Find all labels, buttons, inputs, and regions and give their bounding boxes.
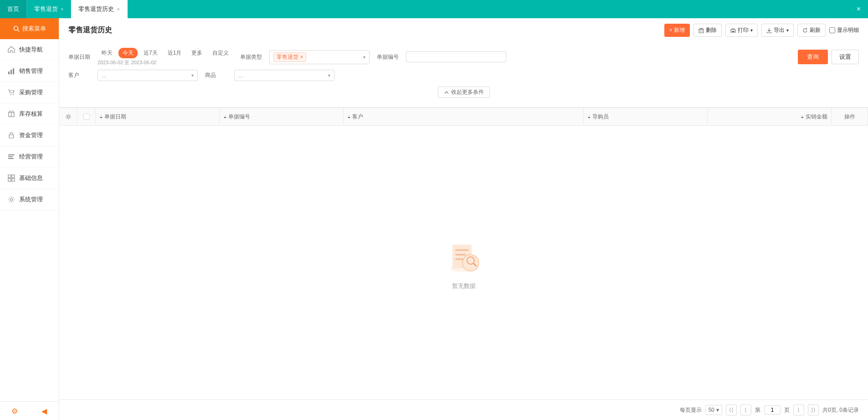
sidebar-item-purchase-mgmt[interactable]: 采购管理 — [0, 82, 59, 103]
last-page-btn[interactable]: ⟩⟩ — [808, 405, 819, 415]
sort-icon — [99, 114, 103, 119]
svg-rect-3 — [10, 70, 12, 74]
page-number-input[interactable] — [764, 405, 781, 415]
select-all-checkbox[interactable] — [83, 113, 90, 120]
delete-btn[interactable]: 删除 — [693, 24, 722, 37]
column-settings-icon[interactable] — [65, 113, 72, 120]
doctype-tag: 零售退货 × — [273, 52, 306, 62]
main-layout: 搜索菜单 快捷导航 销售管理 采购管理 库存核算 — [0, 18, 868, 420]
customer-select-arrow: ▾ — [191, 73, 194, 78]
svg-rect-15 — [8, 179, 11, 181]
toolbar: + 新增 删除 打印 ▾ 导出 ▾ — [664, 24, 859, 37]
sidebar-item-system-mgmt[interactable]: 系统管理 — [0, 189, 59, 210]
export-dropdown-arrow: ▾ — [786, 28, 789, 33]
tab-home[interactable]: 首页 — [0, 0, 27, 18]
sidebar-item-quick-nav-label: 快捷导航 — [19, 46, 43, 54]
display-detail-input[interactable] — [829, 27, 835, 33]
query-btn[interactable]: 查询 — [798, 50, 828, 64]
home-icon — [7, 46, 15, 54]
sidebar-settings-btn[interactable]: ⚙ — [0, 402, 30, 420]
sort-icon-customer — [347, 114, 351, 119]
sidebar-collapse-btn[interactable]: ◀ — [30, 402, 59, 420]
new-btn[interactable]: + 新增 — [664, 24, 690, 37]
date-btn-today[interactable]: 今天 — [118, 48, 138, 58]
page-label: 第 — [755, 406, 760, 414]
cart-icon — [7, 88, 15, 97]
sidebar-item-finance-mgmt[interactable]: 资金管理 — [0, 125, 59, 146]
filter-docnum-label: 单据编号 — [377, 53, 402, 61]
filter-goods-item: 商品 ... ▾ — [205, 70, 334, 81]
filter-doctype-select[interactable]: 零售退货 × ▾ — [269, 50, 370, 64]
date-btn-custom[interactable]: 自定义 — [208, 48, 233, 58]
table-header: 单据日期 单据编号 客户 导购员 实销金额 — [59, 108, 868, 126]
filter-date-group: 昨天 今天 近7天 近1月 更多 自定义 2023-06-02 至 2023-0… — [98, 48, 233, 66]
topbar-close-btn[interactable]: × — [849, 5, 868, 13]
date-btn-yesterday[interactable]: 昨天 — [98, 48, 117, 58]
th-checkbox[interactable] — [77, 109, 96, 124]
sort-icon-amount — [801, 114, 804, 119]
collapse-btn-label: 收起更多条件 — [451, 88, 484, 96]
sidebar-item-basic-info[interactable]: 基础信息 — [0, 168, 59, 189]
th-settings[interactable] — [59, 109, 77, 124]
filter-goods-label: 商品 — [205, 72, 231, 79]
first-page-btn[interactable]: ⟨⟨ — [726, 405, 737, 415]
tab-retail-return-label: 零售退货 — [34, 5, 58, 13]
print-dropdown-arrow: ▾ — [750, 28, 753, 33]
th-customer-label: 客户 — [352, 113, 363, 121]
empty-icon — [443, 236, 484, 277]
print-btn[interactable]: 打印 ▾ — [725, 24, 758, 37]
svg-rect-13 — [8, 175, 11, 178]
refresh-btn[interactable]: 刷新 — [797, 24, 826, 37]
svg-rect-10 — [8, 154, 15, 155]
sidebar-item-quick-nav[interactable]: 快捷导航 — [0, 39, 59, 61]
svg-rect-23 — [732, 31, 734, 32]
filter-customer-select[interactable]: ... ▾ — [98, 70, 198, 81]
filter-docnum-item: 单据编号 — [377, 51, 506, 62]
tab-retail-return-history-close[interactable]: × — [117, 6, 119, 12]
sidebar-item-inventory[interactable]: 库存核算 — [0, 103, 59, 125]
content-area: 零售退货历史 + 新增 删除 打印 ▾ 导出 ▾ — [59, 18, 868, 420]
collapse-filters-btn[interactable]: 收起更多条件 — [438, 87, 490, 98]
display-detail-label: 显示明细 — [837, 26, 859, 34]
prev-page-btn[interactable]: ⟨ — [740, 405, 751, 415]
sidebar: 搜索菜单 快捷导航 销售管理 采购管理 库存核算 — [0, 18, 59, 420]
filter-goods-select[interactable]: ... ▾ — [234, 70, 334, 81]
filter-settings-btn[interactable]: 设置 — [832, 50, 859, 64]
doctype-tag-remove[interactable]: × — [300, 54, 303, 60]
filter-customer-label: 客户 — [68, 72, 94, 79]
collapse-row: 收起更多条件 — [68, 85, 859, 102]
display-detail-checkbox[interactable]: 显示明细 — [829, 26, 859, 34]
tab-retail-return-history[interactable]: 零售退货历史 × — [71, 0, 127, 18]
sidebar-search-btn[interactable]: 搜索菜单 — [0, 18, 59, 39]
filter-area: 单据日期 昨天 今天 近7天 近1月 更多 自定义 2023-06-02 至 2… — [68, 42, 859, 107]
date-btn-1month[interactable]: 近1月 — [164, 48, 186, 58]
filter-docnum-input[interactable] — [406, 51, 506, 62]
svg-rect-4 — [13, 68, 14, 74]
th-num[interactable]: 单据编号 — [220, 108, 344, 125]
th-customer[interactable]: 客户 — [344, 108, 584, 125]
sidebar-item-sales-mgmt[interactable]: 销售管理 — [0, 61, 59, 82]
pagination: 每页显示 50 ▾ ⟨⟨ ⟨ 第 页 ⟩ ⟩⟩ 共0页, 0条记录 — [59, 400, 868, 420]
th-date[interactable]: 单据日期 — [96, 108, 220, 125]
doctype-select-arrow: ▾ — [363, 55, 365, 60]
per-page-value: 50 — [709, 407, 714, 413]
tab-retail-return-close[interactable]: × — [61, 6, 63, 12]
sidebar-search-label: 搜索菜单 — [22, 25, 46, 33]
sidebar-item-operations-mgmt[interactable]: 经营管理 — [0, 146, 59, 168]
per-page-select[interactable]: 50 ▾ — [705, 405, 722, 415]
sidebar-item-system-mgmt-label: 系统管理 — [19, 195, 43, 204]
search-icon — [13, 26, 20, 32]
lock-icon — [7, 131, 15, 139]
th-amount[interactable]: 实销金额 — [708, 108, 832, 125]
page-header: 零售退货历史 + 新增 删除 打印 ▾ 导出 ▾ — [59, 18, 868, 108]
date-btn-more[interactable]: 更多 — [187, 48, 206, 58]
sidebar-item-sales-mgmt-label: 销售管理 — [19, 67, 43, 75]
th-guide[interactable]: 导购员 — [584, 108, 708, 125]
tab-retail-return[interactable]: 零售退货 × — [27, 0, 71, 18]
print-icon — [730, 28, 736, 33]
bar-icon — [7, 153, 15, 161]
export-btn[interactable]: 导出 ▾ — [761, 24, 794, 37]
date-btn-7days[interactable]: 近7天 — [139, 48, 162, 58]
filter-date-item: 单据日期 昨天 今天 近7天 近1月 更多 自定义 2023-06-02 至 2… — [68, 48, 233, 66]
next-page-btn[interactable]: ⟩ — [793, 405, 804, 415]
